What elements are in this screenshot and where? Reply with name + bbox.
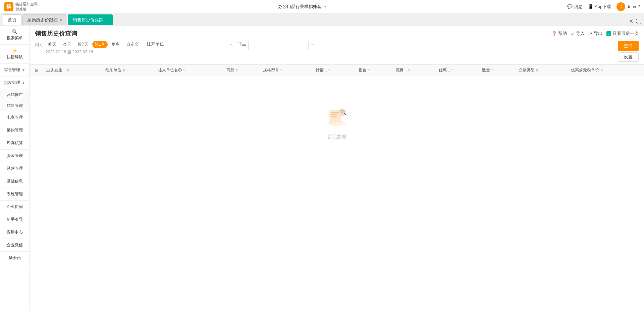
date-pill-today[interactable]: 今天	[60, 41, 74, 48]
sidebar-item-ecommerce[interactable]: 电商管理	[0, 111, 29, 124]
col-product[interactable]: 商品 ⇅	[223, 65, 260, 76]
import-icon: ↙	[571, 31, 575, 36]
sort-spec-icon: ⇅	[280, 68, 283, 72]
col-discount2[interactable]: 优惠... ⇅	[435, 65, 479, 76]
counterparty-picker-icon[interactable]: ...	[228, 41, 232, 46]
sidebar-label-purchase: 采购管理	[7, 127, 23, 133]
sidebar-item-system[interactable]: 系统管理	[0, 188, 29, 201]
settings-button[interactable]: 设置	[618, 52, 639, 62]
product-input[interactable]	[248, 41, 309, 50]
sidebar-item-wholesale[interactable]: 批发管理 ▲	[0, 76, 29, 89]
sidebar-label-wechat: 企业微信	[7, 242, 23, 248]
company-dropdown-icon[interactable]: ▼	[324, 5, 327, 8]
tab-purchase[interactable]: 采购历史价跟踪 ×	[22, 14, 67, 25]
col-discount1[interactable]: 优惠... ⇅	[392, 65, 435, 76]
app-download-button[interactable]: 📱 App下载	[588, 4, 611, 10]
sidebar-item-apps[interactable]: 应用中心	[0, 226, 29, 239]
sidebar-item-operations[interactable]: 经营管理	[0, 162, 29, 175]
tab-purchase-close-icon[interactable]: ×	[60, 18, 62, 22]
sidebar-label-sales-mgmt: 销售管理	[7, 103, 23, 108]
sort-product-icon: ⇅	[235, 68, 238, 72]
main-layout: 🔍 搜索菜单 ⚡ 快捷导航 零售管理 ▼ 批发管理 ▲ 营销推广 销售管理 电商…	[0, 25, 644, 310]
date-pill-more[interactable]: 更多	[109, 41, 122, 48]
tab-home[interactable]: 首页	[3, 14, 21, 25]
help-button[interactable]: ❓ 帮助	[551, 31, 567, 37]
sidebar-item-purchase[interactable]: 采购管理	[0, 124, 29, 137]
sidebar: 🔍 搜索菜单 ⚡ 快捷导航 零售管理 ▼ 批发管理 ▲ 营销推广 销售管理 电商…	[0, 25, 30, 310]
sort-pretax-price-icon: ⇅	[600, 68, 603, 72]
date-pill-yesterday[interactable]: 昨天	[46, 41, 59, 48]
col-spec[interactable]: 规格型号 ⇅	[260, 65, 312, 76]
logo-text: 畅捷通好生意 标准版	[15, 2, 38, 11]
sidebar-item-basic[interactable]: 基础信息	[0, 175, 29, 188]
sort-biz-date-icon: ⇅	[67, 68, 69, 72]
counterparty-label: 往来单位	[147, 41, 164, 47]
sidebar-item-quick[interactable]: ⚡ 快捷导航	[0, 45, 29, 64]
counterparty-input[interactable]	[166, 41, 226, 50]
product-filter-group: 商品 ...	[237, 41, 314, 50]
sidebar-label-enterprise: 企业协同	[7, 204, 23, 210]
page-actions: ❓ 帮助 ↙ 导入 ↗ 导出 ✓ 只看最后一次	[551, 31, 639, 37]
message-button[interactable]: 💬 消息	[567, 4, 583, 10]
sidebar-label-inventory: 库存核算	[7, 140, 23, 146]
col-biz-date[interactable]: 业务发生... ⇅	[43, 65, 102, 76]
tab-bar-controls: ✕ ⛶	[629, 18, 641, 25]
export-button[interactable]: ↗ 导出	[589, 31, 602, 37]
product-picker-icon[interactable]: ...	[311, 41, 314, 46]
tab-sales-label: 销售历史价跟踪	[73, 17, 103, 23]
sidebar-label-ecommerce: 电商管理	[7, 115, 23, 120]
sidebar-item-retail[interactable]: 零售管理 ▼	[0, 64, 29, 76]
date-pill-7days[interactable]: 近7天	[75, 41, 91, 48]
table-gear-icon[interactable]: ⚙	[34, 68, 39, 73]
data-table: ⚙ 业务发生... ⇅ 往来单位 ⇅ 往来单位名称 ⇅	[30, 65, 644, 167]
date-filter-group: 日期 昨天 今天 近7天 近1月 更多 自定义 2023-02-18 至 202…	[35, 41, 141, 55]
table-settings-col[interactable]: ⚙	[30, 65, 43, 76]
col-quoted-price[interactable]: 报价 ⇅	[355, 65, 392, 76]
tab-purchase-label: 采购历史价跟踪	[27, 17, 58, 23]
col-unit[interactable]: 计量... ⇅	[312, 65, 356, 76]
query-button[interactable]: 查询	[618, 41, 639, 51]
maximize-button[interactable]: ⛶	[636, 18, 641, 24]
sidebar-label-member: 畅会员	[9, 255, 21, 261]
export-icon: ↗	[589, 31, 592, 36]
date-pill-custom[interactable]: 自定义	[124, 41, 141, 48]
user-menu[interactable]: D demo2	[616, 2, 640, 11]
date-pills-group: 昨天 今天 近7天 近1月 更多 自定义 2023-02-18 至 2023-0…	[46, 41, 141, 55]
sidebar-item-wechat[interactable]: 企业微信	[0, 239, 29, 252]
sidebar-item-finance[interactable]: 资金管理	[0, 150, 29, 162]
sort-discount2-icon: ⇅	[451, 68, 454, 72]
sidebar-item-guide[interactable]: 新手引导	[0, 213, 29, 226]
close-tab-button[interactable]: ✕	[629, 18, 633, 24]
top-bar-left: 畅 畅捷通好生意 标准版	[4, 2, 38, 11]
sort-quantity-icon: ⇅	[491, 68, 494, 72]
page-title-row: 销售历史价查询 ❓ 帮助 ↙ 导入 ↗ 导出 ✓	[35, 30, 639, 38]
help-icon: ❓	[551, 31, 557, 36]
only-last-checkbox[interactable]: ✓ 只看最后一次	[606, 31, 639, 37]
sidebar-item-enterprise[interactable]: 企业协同	[0, 201, 29, 213]
page-title: 销售历史价查询	[35, 30, 77, 38]
top-bar-right: 💬 消息 📱 App下载 D demo2	[567, 2, 640, 11]
sidebar-item-sales-mgmt[interactable]: 销售管理	[0, 100, 29, 111]
sidebar-label-retail: 零售管理	[4, 67, 20, 73]
col-pretax-price[interactable]: 优惠前无税单价 ⇅	[568, 65, 644, 76]
col-counterparty-name[interactable]: 往来单位名称 ⇅	[155, 65, 223, 76]
import-button[interactable]: ↙ 导入	[571, 31, 585, 37]
tab-sales-close-icon[interactable]: ×	[105, 18, 108, 22]
retail-arrow-icon: ▼	[22, 68, 25, 72]
empty-illustration: 🔍	[323, 103, 350, 130]
sidebar-item-inventory[interactable]: 库存核算	[0, 137, 29, 150]
empty-text: 暂无数据	[327, 134, 346, 140]
svg-rect-4	[331, 116, 337, 117]
avatar: D	[616, 2, 625, 11]
page-header: 销售历史价查询 ❓ 帮助 ↙ 导入 ↗ 导出 ✓	[30, 25, 644, 65]
date-pill-1month[interactable]: 近1月	[92, 41, 108, 48]
sidebar-item-member[interactable]: 畅会员	[0, 252, 29, 264]
col-counterparty[interactable]: 往来单位 ⇅	[102, 65, 155, 76]
svg-rect-2	[331, 112, 339, 113]
col-trade-type[interactable]: 交易类型 ⇅	[515, 65, 568, 76]
sidebar-item-marketing[interactable]: 营销推广	[0, 89, 29, 100]
sidebar-item-search[interactable]: 🔍 搜索菜单	[0, 25, 29, 45]
tab-sales[interactable]: 销售历史价跟踪 ×	[68, 14, 113, 25]
col-quantity[interactable]: 数量 ⇅	[479, 65, 515, 76]
sort-unit-icon: ⇅	[328, 68, 331, 72]
